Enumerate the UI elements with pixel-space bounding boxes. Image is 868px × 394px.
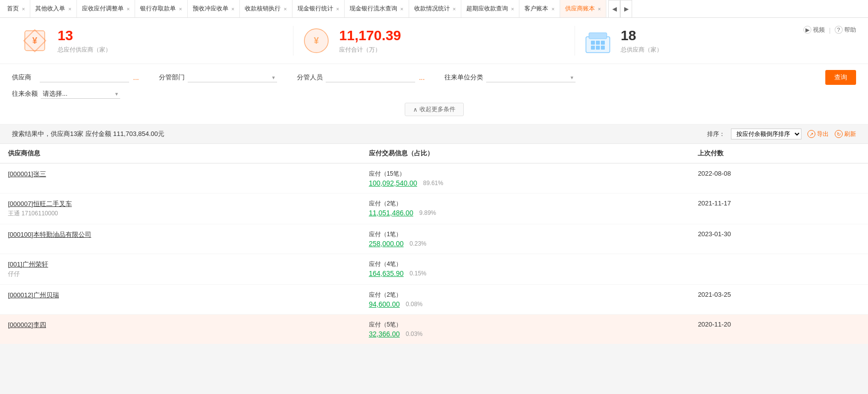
filter-category: 往来单位分类 ▾ — [444, 72, 576, 82]
supplier-input[interactable] — [40, 72, 129, 82]
nav-tab-cash-bank-flow[interactable]: 现金银行流水查询 × — [345, 0, 409, 18]
refresh-label: 刷新 — [844, 130, 856, 138]
col-supplier-info: 供应商信息 — [0, 144, 361, 163]
supplier-link-5[interactable]: [000002]李四 — [8, 321, 46, 328]
category-select[interactable] — [486, 72, 576, 82]
tx-cell-4: 应付（2笔）94,600.000.08% — [361, 285, 690, 315]
supplier-sub-1: 王通 17106110000 — [8, 209, 353, 218]
summary-card-suppliers-content: 13 总应付供应商（家） — [58, 27, 111, 55]
balance-label: 往来余额 — [12, 89, 38, 98]
tx-label-4: 应付（2笔） — [369, 291, 682, 299]
total-suppliers-num: 18 — [621, 27, 662, 44]
nav-tab-recv-verify-close[interactable]: × — [284, 6, 287, 12]
export-icon: ↗ — [807, 130, 815, 138]
amount-4[interactable]: 94,600.00 — [369, 300, 400, 308]
total-payable-suppliers-label: 总应付供应商（家） — [58, 46, 111, 54]
nav-tab-recv-stat[interactable]: 收款情况统计 × — [409, 0, 461, 18]
data-table-container: 供应商信息 应付交易信息（占比） 上次付数 [000001]张三应付（15笔）1… — [0, 144, 868, 344]
tx-label-1: 应付（2笔） — [369, 199, 682, 208]
nav-tab-overdue-recv[interactable]: 超期应收款查询 × — [461, 0, 519, 18]
svg-rect-10 — [591, 46, 595, 50]
nav-tab-recv-verify[interactable]: 收款核销执行 × — [240, 0, 292, 18]
nav-tab-cash-bank-flow-close[interactable]: × — [400, 6, 403, 12]
payable-total-label: 应付合计（万） — [339, 46, 401, 54]
category-select-wrapper: ▾ — [486, 72, 576, 82]
supplier-link-0[interactable]: [000001]张三 — [8, 170, 46, 178]
nav-tab-supplier-ledger-close[interactable]: × — [598, 6, 601, 12]
supplier-link-2[interactable]: [000100]本特勤油品有限公司 — [8, 231, 91, 238]
nav-tab-home-close[interactable]: × — [22, 6, 25, 12]
nav-tab-pre-recv[interactable]: 预收冲应收单 × — [188, 0, 240, 18]
tx-percent-0: 89.61% — [423, 180, 443, 187]
nav-tab-overdue-recv-label: 超期应收款查询 — [466, 4, 508, 13]
help-btn[interactable]: ? 帮助 — [835, 26, 856, 34]
nav-tab-bank-deposit-close[interactable]: × — [179, 6, 182, 12]
svg-rect-12 — [601, 46, 605, 50]
nav-tab-recv-verify-label: 收款核销执行 — [245, 4, 281, 13]
nav-tab-cash-bank-stat-close[interactable]: × — [336, 6, 339, 12]
nav-tab-supplier-ledger[interactable]: 供应商账本 × — [560, 0, 606, 18]
filter-dept: 分管部门 ▾ — [159, 72, 277, 82]
supplier-cell-5: [000002]李四 — [0, 315, 361, 344]
nav-tab-other-income-close[interactable]: × — [68, 6, 71, 12]
supplier-link-3[interactable]: [001]广州荣轩 — [8, 261, 48, 268]
last-pay-cell-4: 2021-03-25 — [690, 285, 868, 315]
nav-tab-bank-deposit[interactable]: 银行存取款单 × — [135, 0, 187, 18]
nav-tab-customer-ledger-close[interactable]: × — [551, 6, 554, 12]
filter-supplier: 供应商 ... — [12, 72, 139, 82]
nav-tab-customer-ledger-label: 客户账本 — [524, 4, 548, 13]
export-button[interactable]: ↗ 导出 — [807, 130, 829, 138]
nav-tab-cash-bank-stat-label: 现金银行统计 — [297, 4, 333, 13]
amount-0[interactable]: 100,092,540.00 — [369, 179, 417, 187]
nav-tab-home[interactable]: 首页 × — [2, 0, 30, 18]
balance-select[interactable]: 请选择... — [41, 89, 120, 99]
svg-rect-7 — [591, 41, 595, 45]
supplier-dots-btn[interactable]: ... — [133, 73, 139, 81]
person-input[interactable] — [326, 72, 415, 82]
person-dots-btn[interactable]: ... — [419, 73, 425, 81]
nav-tab-other-income[interactable]: 其他收入单 × — [30, 0, 76, 18]
amount-5[interactable]: 32,366.00 — [369, 330, 400, 338]
filter-person: 分管人员 ... — [297, 72, 425, 82]
nav-tab-customer-ledger[interactable]: 客户账本 × — [519, 0, 560, 18]
table-body: [000001]张三应付（15笔）100,092,540.0089.61%202… — [0, 163, 868, 344]
supplier-link-4[interactable]: [000012]广州贝瑞 — [8, 291, 59, 299]
summary-card-payable-total: ¥ 11,170.39 应付合计（万） — [293, 26, 575, 56]
amount-2[interactable]: 258,000.00 — [369, 240, 404, 248]
collapse-label: 收起更多条件 — [420, 105, 455, 114]
nav-tab-pre-recv-close[interactable]: × — [231, 6, 234, 12]
nav-next-arrow[interactable]: ▶ — [620, 0, 632, 18]
last-pay-cell-5: 2020-11-20 — [690, 315, 868, 344]
tx-percent-1: 9.89% — [419, 209, 436, 216]
refresh-icon: ↻ — [835, 130, 843, 138]
nav-tab-ar-ap-adjust-label: 应收应付调整单 — [82, 4, 124, 13]
person-label: 分管人员 — [297, 73, 323, 82]
col-last-pay: 上次付数 — [690, 144, 868, 163]
search-button[interactable]: 查询 — [825, 70, 856, 85]
results-actions: 排序： 按应付余额倒序排序 ↗ 导出 ↻ 刷新 — [707, 129, 856, 139]
nav-tab-supplier-ledger-label: 供应商账本 — [565, 4, 595, 13]
amount-3[interactable]: 164,635.90 — [369, 269, 404, 277]
nav-tab-cash-bank-stat[interactable]: 现金银行统计 × — [292, 0, 345, 18]
results-bar: 搜索结果中，供应商13家 应付金额 111,703,854.00元 排序： 按应… — [0, 125, 868, 144]
dept-select[interactable] — [188, 72, 277, 82]
collapse-icon: ∧ — [413, 106, 418, 113]
nav-prev-arrow[interactable]: ◀ — [608, 0, 620, 18]
collapse-button[interactable]: ∧ 收起更多条件 — [405, 103, 464, 116]
table-header-row: 供应商信息 应付交易信息（占比） 上次付数 — [0, 144, 868, 163]
summary-card-suppliers: ¥ 13 总应付供应商（家） — [12, 26, 293, 56]
filter-row-2: 往来余额 请选择... ▾ — [12, 89, 856, 99]
amount-1[interactable]: 11,051,486.00 — [369, 209, 414, 217]
sort-select[interactable]: 按应付余额倒序排序 — [731, 129, 801, 139]
collapse-row: ∧ 收起更多条件 — [12, 103, 856, 116]
refresh-button[interactable]: ↻ 刷新 — [835, 130, 856, 138]
payable-total-icon: ¥ — [301, 26, 331, 56]
nav-tab-ar-ap-adjust-close[interactable]: × — [127, 6, 130, 12]
nav-tab-overdue-recv-close[interactable]: × — [511, 6, 514, 12]
supplier-link-1[interactable]: [000007]恒旺二手叉车 — [8, 200, 72, 207]
nav-tab-ar-ap-adjust[interactable]: 应收应付调整单 × — [77, 0, 135, 18]
nav-tab-recv-stat-close[interactable]: × — [453, 6, 456, 12]
table-row: [000001]张三应付（15笔）100,092,540.0089.61%202… — [0, 163, 868, 194]
svg-text:¥: ¥ — [32, 36, 37, 46]
video-btn[interactable]: ▶ 视频 — [803, 26, 825, 34]
